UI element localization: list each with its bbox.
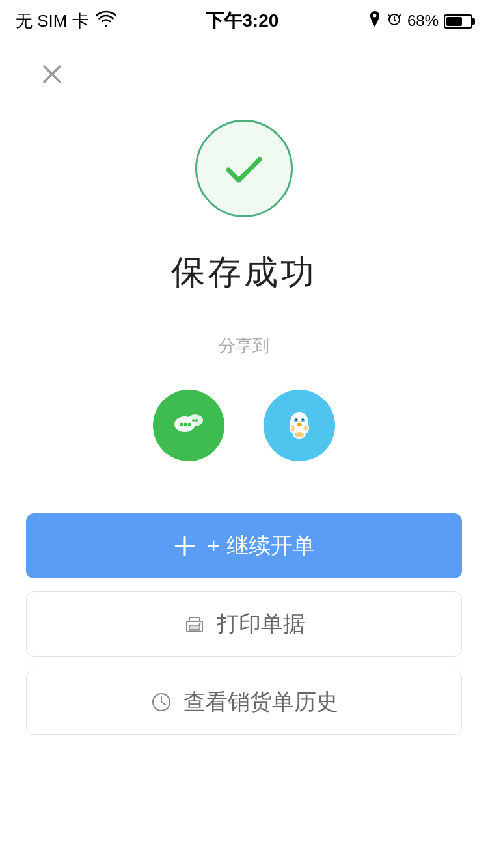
print-button[interactable]: 打印单据 — [26, 591, 462, 657]
svg-point-20 — [291, 425, 295, 431]
status-bar: 无 SIM 卡 下午3:20 68% — [0, 0, 488, 42]
carrier-label: 无 SIM 卡 — [16, 10, 89, 33]
status-time: 下午3:20 — [206, 8, 278, 33]
history-button[interactable]: 查看销货单历史 — [26, 670, 462, 735]
svg-point-8 — [192, 419, 195, 422]
share-icons — [153, 390, 335, 461]
status-left: 无 SIM 卡 — [16, 10, 116, 33]
action-buttons: + 继续开单 打印单据 查看销货单历史 — [26, 513, 462, 735]
divider-left — [26, 346, 206, 346]
svg-point-5 — [180, 423, 183, 426]
location-icon — [368, 10, 381, 31]
close-button[interactable] — [33, 55, 72, 94]
svg-point-28 — [199, 623, 201, 625]
svg-point-18 — [302, 419, 304, 421]
svg-point-6 — [184, 423, 187, 426]
wechat-share-button[interactable] — [153, 390, 224, 461]
svg-point-7 — [188, 423, 191, 426]
continue-label: + 继续开单 — [207, 531, 314, 561]
divider-row: 分享到 — [26, 334, 462, 357]
status-right: 68% — [368, 10, 472, 31]
svg-rect-26 — [189, 625, 200, 630]
share-label: 分享到 — [219, 334, 269, 357]
share-section: 分享到 — [26, 334, 462, 461]
qq-share-button[interactable] — [264, 390, 335, 461]
success-icon — [195, 120, 293, 217]
divider-right — [282, 346, 462, 346]
svg-point-9 — [195, 419, 198, 422]
battery-label: 68% — [407, 12, 439, 30]
svg-point-21 — [304, 425, 308, 431]
battery-icon — [444, 12, 472, 30]
main-page: 保存成功 分享到 — [0, 42, 488, 868]
svg-point-17 — [295, 419, 297, 421]
print-label: 打印单据 — [217, 609, 305, 639]
history-label: 查看销货单历史 — [183, 687, 338, 717]
svg-point-22 — [295, 432, 304, 437]
wifi-icon — [96, 10, 116, 32]
success-title: 保存成功 — [171, 250, 317, 295]
continue-button[interactable]: + 继续开单 — [26, 513, 462, 578]
svg-point-19 — [297, 423, 302, 426]
alarm-icon — [386, 10, 402, 31]
